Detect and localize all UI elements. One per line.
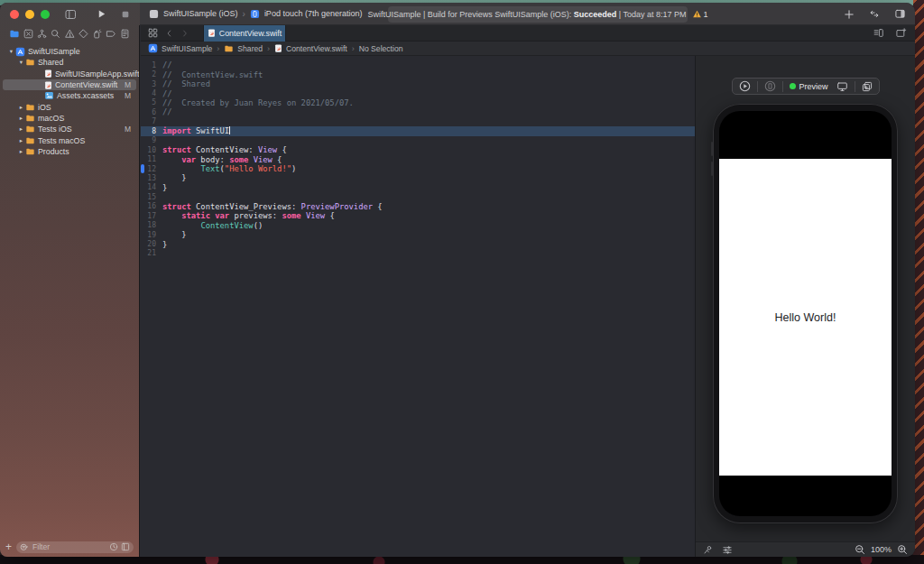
code-line-17[interactable]: 17 static var previews: some View { [141,211,695,220]
disclosure-right-icon[interactable]: ▸ [17,137,25,144]
filter-funnel-icon[interactable] [20,542,30,552]
preview-on-device-button[interactable] [835,79,855,94]
code-line-12[interactable]: 12 Text("Hello World!") [141,164,695,173]
code-line-19[interactable]: 19 } [141,230,695,239]
find-navigator-icon[interactable] [51,29,60,39]
code-line-16[interactable]: 16struct ContentView_Previews: PreviewPr… [141,202,695,211]
code-line-14[interactable]: 14} [141,183,695,192]
minimize-window-button[interactable] [25,10,34,19]
issues-navigator-icon[interactable] [65,29,75,39]
code-line-20[interactable]: 20} [141,239,695,248]
tree-item-products[interactable]: ▸Products [3,146,136,157]
tab-contentview-swift[interactable]: ContentView.swift [203,25,286,42]
line-number[interactable]: 19 [141,231,162,239]
duplicate-preview-button[interactable] [855,79,879,94]
go-forward-icon[interactable] [181,29,189,38]
source-code-editor[interactable]: 1//2// ContentView.swift3// Shared4//5//… [141,56,695,557]
tree-item-ios[interactable]: ▸iOS [3,101,136,112]
code-line-6[interactable]: 6// [141,107,695,116]
line-number[interactable]: 21 [141,249,162,257]
source-control-navigator-icon[interactable] [23,29,33,39]
go-back-icon[interactable] [166,29,173,38]
code-line-15[interactable]: 15 [141,192,695,201]
breadcrumb-no-selection[interactable]: No Selection [359,44,403,53]
code-line-5[interactable]: 5// Created by Juan Reyes on 2021/05/07. [141,98,695,107]
add-file-button[interactable]: + [5,542,12,551]
code-line-3[interactable]: 3// Shared [141,79,695,88]
editor-options-icon[interactable] [873,28,884,38]
tree-item-swiftuisampleapp-swift[interactable]: SwiftUISampleApp.swift [3,69,136,79]
line-number[interactable]: 17 [141,212,162,220]
breakpoints-navigator-icon[interactable] [106,29,116,39]
line-number[interactable]: 10 [141,146,162,154]
recent-files-filter-icon[interactable] [109,542,118,551]
line-number[interactable]: 7 [141,117,162,125]
tree-item-swiftuisample[interactable]: ▾SwiftUISample [3,46,136,57]
disclosure-down-icon[interactable]: ▾ [17,59,25,66]
device-preview-button[interactable] [757,79,781,94]
line-number[interactable]: 11 [141,155,162,163]
code-line-18[interactable]: 18 ContentView() [141,220,695,229]
line-number[interactable]: 16 [141,202,162,210]
line-number[interactable]: 9 [141,136,162,144]
tree-item-macos[interactable]: ▸macOS [3,113,136,124]
reports-navigator-icon[interactable] [120,29,130,39]
code-line-21[interactable]: 21 [141,249,695,258]
breadcrumb-contentview-swift[interactable]: ContentView.swift [274,43,347,53]
disclosure-right-icon[interactable]: ▸ [17,115,25,122]
code-line-4[interactable]: 4// [141,88,695,97]
line-number[interactable]: 18 [141,221,162,229]
disclosure-right-icon[interactable]: ▸ [17,148,25,155]
run-button[interactable] [97,9,106,19]
line-number[interactable]: 5 [141,98,162,106]
tree-item-contentview-swift[interactable]: ContentView.swiftM [3,79,136,90]
disclosure-down-icon[interactable]: ▾ [7,48,15,55]
scheme-device-label[interactable]: iPod touch (7th generation) [264,9,363,18]
scheme-project-label[interactable]: SwiftUISample (iOS) [163,9,238,18]
app-content-area[interactable]: Hello World! [719,159,892,476]
zoom-in-icon[interactable] [897,544,908,555]
line-number[interactable]: 6 [141,108,162,116]
pin-preview-icon[interactable] [703,545,713,555]
zoom-out-icon[interactable] [855,544,865,555]
line-number[interactable]: 13 [141,174,162,182]
zoom-level-label[interactable]: 100% [871,545,892,554]
activity-status-bar[interactable]: SwiftUISample | Build for Previews Swift… [388,6,688,23]
library-add-icon[interactable] [844,9,855,20]
code-line-10[interactable]: 10struct ContentView: View { [141,145,695,154]
breadcrumb-shared[interactable]: Shared [224,44,263,53]
code-line-8[interactable]: 8import SwiftUI [141,126,695,135]
line-number[interactable]: 1 [141,61,162,69]
editor-arrows-icon[interactable] [868,9,881,19]
project-navigator-icon[interactable] [9,29,20,39]
toggle-navigator-icon[interactable] [64,9,77,20]
tree-item-tests-macos[interactable]: ▸Tests macOS [3,134,136,145]
code-line-13[interactable]: 13 } [141,173,695,182]
line-number[interactable]: 3 [141,80,162,88]
code-line-1[interactable]: 1// [141,60,695,69]
code-line-7[interactable]: 7 [141,117,695,126]
line-number[interactable]: 20 [141,240,162,248]
inspector-panel-icon[interactable] [894,9,906,19]
canvas-adjustments-icon[interactable] [722,545,733,555]
code-line-9[interactable]: 9 [141,136,695,145]
breadcrumb-swiftuisample[interactable]: SwiftUISample [148,43,212,53]
disclosure-right-icon[interactable]: ▸ [17,104,25,111]
filter-field[interactable]: Filter [16,541,134,553]
tests-navigator-icon[interactable] [79,29,88,39]
line-number[interactable]: 4 [141,89,162,97]
line-number[interactable]: 8 [141,127,162,135]
scm-status-filter-icon[interactable] [121,542,130,551]
code-line-2[interactable]: 2// ContentView.swift [141,69,695,79]
debug-navigator-icon[interactable] [92,29,102,39]
stop-button[interactable] [121,10,130,19]
warning-badge[interactable]: 1 [692,10,708,19]
code-line-11[interactable]: 11 var body: some View { [141,154,695,163]
scheme-selector[interactable]: SwiftUISample (iOS) › iPod touch (7th ge… [149,9,362,19]
line-number[interactable]: 15 [141,193,162,201]
line-number[interactable]: 12 [141,165,162,173]
line-number[interactable]: 14 [141,183,162,191]
zoom-window-button[interactable] [41,10,50,19]
line-number[interactable]: 2 [141,70,162,79]
tree-item-assets-xcassets[interactable]: Assets.xcassetsM [3,90,136,101]
